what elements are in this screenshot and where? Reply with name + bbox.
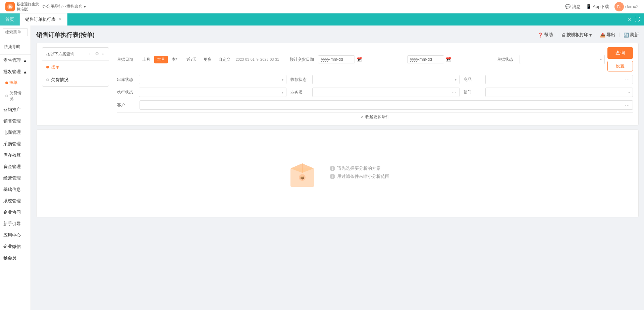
main-layout: 快捷导航 零售管理 ▲ 批发管理 ▲ 按单 欠货情况: [0, 25, 644, 310]
delivery-status-select[interactable]: ▾: [139, 75, 286, 84]
svg-text:📦: 📦: [300, 175, 305, 180]
filter-row-2: 出库状态 ▾ 收款状态 ▾: [117, 75, 633, 84]
scheme-settings-icon[interactable]: ⚙: [95, 51, 99, 57]
message-button[interactable]: 💬 消息: [565, 4, 581, 10]
filter-row-date: 单据日期 上月 本月 本年 近7天 更多 自定义 2023-03-01 至 20…: [117, 47, 633, 71]
empty-box-svg: 📦: [285, 157, 319, 190]
action-buttons: 查询 设置: [607, 47, 633, 71]
tab-home[interactable]: 首页: [0, 13, 20, 25]
delivery-date-end-input[interactable]: [407, 55, 444, 63]
sidebar-search-container: [0, 25, 31, 39]
goods-select[interactable]: ···: [485, 75, 633, 84]
order-status-select[interactable]: ▾: [520, 55, 605, 64]
sidebar-item-member[interactable]: 畅会员: [0, 252, 31, 264]
scheme-add-icon[interactable]: ＋: [88, 51, 92, 57]
tab-sales-order-label: 销售订单执行表: [25, 16, 56, 22]
breadcrumb-arrow-icon[interactable]: ▾: [84, 4, 86, 9]
date-btn-more[interactable]: 更多: [201, 56, 214, 63]
empty-state: 📦 1 请先选择要分析的方案 2 用过滤条件来缩小分析范围: [36, 130, 639, 217]
sidebar-item-finance[interactable]: 资金管理: [0, 161, 31, 172]
department-cell: 部门 ▾: [464, 88, 633, 97]
scheme-header: 按以下方案查询 ＋ ⚙ «: [42, 48, 109, 61]
scheme-collapse-icon[interactable]: «: [102, 51, 105, 57]
date-filter-group: 上月 本月 本年 近7天 更多 自定义: [140, 56, 233, 63]
sidebar-item-system[interactable]: 系统管理: [0, 195, 31, 207]
tab-sales-order[interactable]: 销售订单执行表 ✕: [20, 13, 67, 25]
date-btn-last-month[interactable]: 上月: [140, 56, 153, 63]
date-btn-last7[interactable]: 近7天: [184, 56, 200, 63]
goods-cell: 商品 ···: [464, 75, 633, 84]
sidebar-item-retail[interactable]: 零售管理 ▲: [0, 55, 31, 66]
filter-row-3: 执行状态 ▾ 业务员 ···: [117, 88, 633, 97]
scheme-credit-dot-icon: [46, 79, 49, 81]
sidebar-item-marketing[interactable]: 营销推广: [0, 104, 31, 115]
sidebar-item-inventory[interactable]: 库存核算: [0, 150, 31, 161]
scheme-item-order[interactable]: 按单: [42, 61, 109, 73]
customer-select[interactable]: ···: [140, 100, 633, 110]
date-label: 单据日期: [117, 57, 136, 62]
payment-status-arrow-icon: ▾: [455, 78, 457, 82]
page-title-actions: ❓ 帮助 🖨 按模板打印 ▾ 📤 导出 🔄 刷新: [538, 32, 639, 38]
order-status-arrow-icon: ▾: [600, 58, 602, 61]
sidebar: 快捷导航 零售管理 ▲ 批发管理 ▲ 按单 欠货情况: [0, 25, 31, 310]
date-btn-custom[interactable]: 自定义: [216, 56, 233, 63]
customer-label: 客户: [117, 102, 136, 108]
tab-close-all-icon[interactable]: ✕: [628, 16, 632, 23]
scheme-header-actions: ＋ ⚙ «: [88, 51, 105, 57]
search-button[interactable]: 查询: [607, 47, 633, 59]
sidebar-item-newbie[interactable]: 新手引导: [0, 218, 31, 229]
calendar-start-icon[interactable]: 📅: [356, 57, 362, 62]
customer-dots-icon: ···: [625, 102, 630, 108]
filter-main: 单据日期 上月 本月 本年 近7天 更多 自定义 2023-03-01 至 20…: [117, 47, 633, 121]
template-print-button[interactable]: 🖨 按模板打印 ▾: [561, 32, 592, 38]
payment-status-select[interactable]: ▾: [312, 75, 460, 84]
collapse-button[interactable]: ∧ 收起更多条件: [117, 112, 633, 121]
sidebar-item-sales[interactable]: 销售管理: [0, 115, 31, 127]
logo-text: 畅捷通好生意 标准版: [17, 2, 39, 11]
empty-illustration: 📦: [285, 157, 319, 190]
sidebar-nav: 快捷导航: [0, 39, 31, 55]
help-button[interactable]: ❓ 帮助: [538, 32, 553, 38]
tab-bar: 首页 销售订单执行表 ✕ ✕ ⛶: [0, 13, 644, 25]
settings-button[interactable]: 设置: [607, 61, 633, 71]
refresh-icon: 🔄: [624, 33, 629, 38]
sidebar-item-ecommerce[interactable]: 电商管理: [0, 127, 31, 138]
top-bar-left: 畅 畅捷通好生意 标准版 办公用品行业模拟账套 ▾: [5, 2, 86, 11]
department-select[interactable]: ▾: [485, 88, 633, 97]
date-btn-this-year[interactable]: 本年: [169, 56, 182, 63]
breadcrumb: 办公用品行业模拟账套 ▾: [42, 4, 86, 9]
empty-hint-2: 2 用过滤条件来缩小分析范围: [330, 173, 389, 179]
sidebar-item-operation[interactable]: 经营管理: [0, 172, 31, 184]
empty-hint-1: 1 请先选择要分析的方案: [330, 165, 389, 171]
exec-status-select[interactable]: ▾: [139, 88, 286, 97]
filter-panel-inner: 按以下方案查询 ＋ ⚙ « 按单 欠货情况: [42, 47, 633, 121]
export-button[interactable]: 📤 导出: [600, 32, 615, 38]
app-download-button[interactable]: 📱 App下载: [586, 4, 609, 10]
sidebar-item-order[interactable]: 按单: [0, 78, 31, 88]
scheme-panel: 按以下方案查询 ＋ ⚙ « 按单 欠货情况: [42, 47, 109, 87]
sidebar-item-purchase[interactable]: 采购管理: [0, 138, 31, 150]
sidebar-item-basic[interactable]: 基础信息: [0, 184, 31, 195]
sidebar-item-quick-nav[interactable]: 快捷导航: [0, 41, 31, 52]
sidebar-item-credit[interactable]: 欠货情况: [0, 88, 31, 104]
tab-close-icon[interactable]: ✕: [58, 17, 62, 22]
salesman-select[interactable]: ···: [312, 88, 460, 97]
sidebar-groups: 零售管理 ▲ 批发管理 ▲ 按单 欠货情况 营销推广: [0, 55, 31, 264]
sidebar-item-corp-wechat[interactable]: 企业微信: [0, 241, 31, 252]
empty-text: 1 请先选择要分析的方案 2 用过滤条件来缩小分析范围: [330, 165, 389, 182]
sidebar-item-wholesale[interactable]: 批发管理 ▲: [0, 66, 31, 78]
delivery-date-start-input[interactable]: [318, 55, 355, 63]
search-input[interactable]: [3, 28, 28, 36]
sidebar-item-cooperation[interactable]: 企业协同: [0, 207, 31, 218]
sidebar-item-app-center[interactable]: 应用中心: [0, 229, 31, 241]
tab-fullscreen-icon[interactable]: ⛶: [635, 16, 640, 22]
scheme-item-credit[interactable]: 欠货情况: [42, 73, 109, 86]
delivery-date-label: 预计交货日期: [290, 57, 314, 62]
salesman-cell: 业务员 ···: [290, 88, 460, 97]
date-btn-this-month[interactable]: 本月: [154, 56, 168, 63]
refresh-button[interactable]: 🔄 刷新: [624, 32, 639, 38]
exec-status-arrow-icon: ▾: [282, 91, 283, 94]
calendar-end-icon[interactable]: 📅: [445, 57, 451, 62]
user-menu-button[interactable]: Ea demo2: [614, 2, 639, 11]
wholesale-arrow-icon: ▲: [23, 69, 27, 74]
